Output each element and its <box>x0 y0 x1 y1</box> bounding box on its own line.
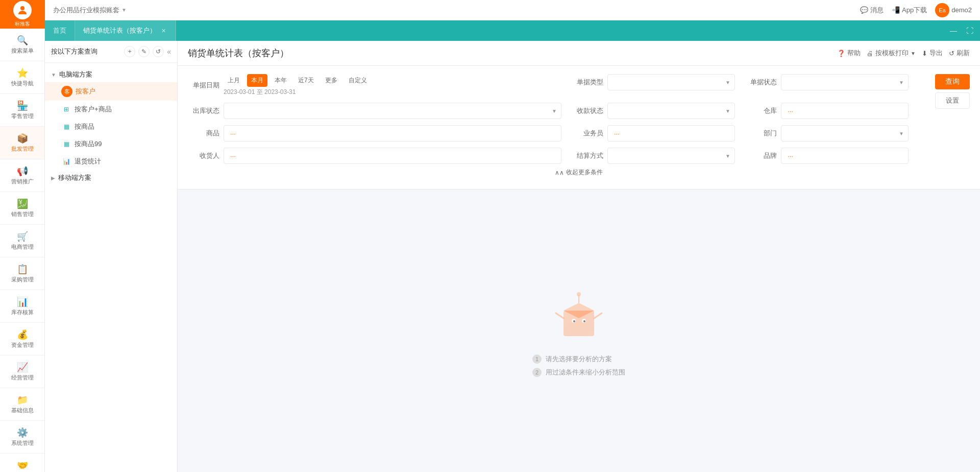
export-icon: ⬇ <box>922 50 927 57</box>
query-button[interactable]: 查询 <box>935 74 970 89</box>
sidebar-item-finance-label: 资金管理 <box>11 341 34 349</box>
quick-nav-icon: ⭐ <box>17 67 28 79</box>
export-button[interactable]: ⬇ 导出 <box>922 49 943 58</box>
settlement-dropdown[interactable]: ▼ <box>607 148 735 164</box>
sidebar-item-enterprise[interactable]: 🤝 企业协同 <box>0 454 44 472</box>
salesperson-input[interactable]: ··· <box>607 125 735 141</box>
account-selector[interactable]: 办公用品行业模拟账套 ▼ <box>53 6 127 15</box>
tab-expand-button[interactable]: ⛶ <box>964 25 976 37</box>
date-label: 单据日期 <box>188 81 224 90</box>
date-btn-more[interactable]: 更多 <box>321 74 341 87</box>
receiver-control[interactable]: ··· <box>224 148 561 164</box>
order-type-dropdown[interactable]: ▼ <box>607 74 735 90</box>
collapse-row[interactable]: ∧∧ 收起更多条件 <box>188 164 970 181</box>
print-icon: 🖨 <box>867 50 873 57</box>
left-panel-header: 按以下方案查询 + ✎ ↺ « <box>45 41 177 63</box>
date-btn-this-year[interactable]: 本年 <box>271 74 291 87</box>
brand-label: 品牌 <box>745 151 781 160</box>
by-customer-product-icon: ⊞ <box>61 104 71 114</box>
settlement-control[interactable]: ▼ <box>607 148 735 164</box>
add-plan-button[interactable]: + <box>124 46 135 57</box>
chevron-down-icon: ▼ <box>121 7 127 13</box>
tab-close-button[interactable]: ✕ <box>159 27 167 35</box>
brand-input[interactable]: ··· <box>781 148 909 164</box>
tree-group-desktop-label: 电脑端方案 <box>59 70 92 79</box>
settings-button[interactable]: 设置 <box>935 92 970 109</box>
tree-item-by-product99-label: 按商品99 <box>75 139 102 149</box>
sidebar-item-marketing[interactable]: 📢 营销推广 <box>0 159 44 192</box>
date-btn-this-month[interactable]: 本月 <box>247 74 267 87</box>
inventory-icon: 📊 <box>17 296 28 308</box>
message-button[interactable]: 💬 消息 <box>860 6 884 15</box>
topbar-right: 💬 消息 📲 App下载 Ea demo2 <box>860 3 972 17</box>
tab-home[interactable]: 首页 <box>45 20 75 41</box>
sidebar-item-purchase[interactable]: 📋 采购管理 <box>0 257 44 290</box>
sidebar-item-operations[interactable]: 📈 经营管理 <box>0 356 44 388</box>
edit-plan-button[interactable]: ✎ <box>138 46 150 57</box>
salesperson-control[interactable]: ··· <box>607 125 735 141</box>
order-type-chevron-icon: ▼ <box>725 80 730 85</box>
svg-line-9 <box>594 313 602 318</box>
topbar-left: 办公用品行业模拟账套 ▼ <box>53 6 127 15</box>
refresh-plan-button[interactable]: ↺ <box>153 46 164 57</box>
help-label: 帮助 <box>847 49 861 58</box>
warehouse-label: 仓库 <box>745 106 781 115</box>
out-status-dropdown[interactable]: ▼ <box>224 103 561 119</box>
receiver-input[interactable]: ··· <box>224 148 561 164</box>
sidebar-item-ecommerce[interactable]: 🛒 电商管理 <box>0 225 44 257</box>
order-status-dropdown[interactable]: ▼ <box>781 74 909 90</box>
sidebar-item-finance[interactable]: 💰 资金管理 <box>0 323 44 356</box>
tabbar: 首页 销货单统计表（按客户） ✕ — ⛶ <box>45 20 980 41</box>
help-button[interactable]: ❓ 帮助 <box>837 49 861 58</box>
user-avatar-section[interactable]: Ea demo2 <box>935 3 972 17</box>
sidebar-item-quick-nav[interactable]: ⭐ 快捷导航 <box>0 61 44 94</box>
tree-item-by-product99[interactable]: ▦ 按商品99 <box>45 135 177 153</box>
out-status-chevron-icon: ▼ <box>552 108 557 114</box>
tree-item-by-product[interactable]: ▦ 按商品 <box>45 118 177 135</box>
tree-item-by-customer-product[interactable]: ⊞ 按客户+商品 <box>45 101 177 118</box>
tree-group-mobile-header[interactable]: ▶ 移动端方案 <box>45 170 177 185</box>
sidebar-item-wholesale[interactable]: 📦 批发管理 <box>0 127 44 159</box>
warehouse-input[interactable]: ··· <box>781 103 909 119</box>
brand-control[interactable]: ··· <box>781 148 909 164</box>
goods-input[interactable]: ··· <box>224 125 561 141</box>
department-control[interactable]: ▼ <box>781 125 909 141</box>
date-btn-7days[interactable]: 近7天 <box>294 74 318 87</box>
sidebar-item-quick-nav-label: 快捷导航 <box>11 80 34 87</box>
warehouse-control[interactable]: ··· <box>781 103 909 119</box>
logo[interactable]: 标推客 <box>0 0 45 29</box>
payment-status-label: 收款状态 <box>572 106 607 115</box>
department-dropdown[interactable]: ▼ <box>781 125 909 141</box>
goods-control[interactable]: ··· <box>224 125 561 141</box>
date-btn-last-month[interactable]: 上月 <box>224 74 244 87</box>
refresh-button[interactable]: ↺ 刷新 <box>949 49 970 58</box>
app-download-button[interactable]: 📲 App下载 <box>892 6 927 15</box>
warehouse-dots: ··· <box>786 107 795 115</box>
sidebar-item-system[interactable]: ⚙️ 系统管理 <box>0 421 44 454</box>
page-header: 销货单统计表（按客户） ❓ 帮助 🖨 按模板打印 ▼ ⬇ 导出 <box>178 41 980 66</box>
order-type-control[interactable]: ▼ <box>607 74 735 90</box>
purchase-icon: 📋 <box>17 264 28 275</box>
tree-item-by-customer[interactable]: 客 按客户 <box>45 82 177 101</box>
sidebar-item-search[interactable]: 🔍 搜索菜单 <box>0 29 44 61</box>
payment-status-control[interactable]: ▼ <box>607 103 735 119</box>
sidebar-item-sales[interactable]: 💹 销售管理 <box>0 192 44 225</box>
out-status-control[interactable]: ▼ <box>224 103 561 119</box>
tree-item-return-stat[interactable]: 📊 退货统计 <box>45 153 177 170</box>
sales-icon: 💹 <box>17 198 28 209</box>
order-status-control[interactable]: ▼ <box>781 74 909 90</box>
payment-status-chevron-icon: ▼ <box>725 108 730 114</box>
tab-sales-stat[interactable]: 销货单统计表（按客户） ✕ <box>75 20 176 41</box>
sidebar-item-retail[interactable]: 🏪 零售管理 <box>0 94 44 127</box>
page-title: 销货单统计表（按客户） <box>188 47 289 59</box>
date-btn-custom[interactable]: 自定义 <box>345 74 371 87</box>
tab-minimize-button[interactable]: — <box>947 25 960 37</box>
template-print-button[interactable]: 🖨 按模板打印 ▼ <box>867 49 916 58</box>
username: demo2 <box>951 6 972 14</box>
tree-group-desktop-header[interactable]: ▼ 电脑端方案 <box>45 67 177 82</box>
payment-status-dropdown[interactable]: ▼ <box>607 103 735 119</box>
collapse-panel-button[interactable]: « <box>167 48 171 56</box>
sidebar-item-inventory[interactable]: 📊 库存核算 <box>0 290 44 323</box>
sidebar-item-basic[interactable]: 📁 基础信息 <box>0 388 44 421</box>
empty-tips: 1 请先选择要分析的方案 2 用过滤条件来缩小分析范围 <box>532 355 625 377</box>
